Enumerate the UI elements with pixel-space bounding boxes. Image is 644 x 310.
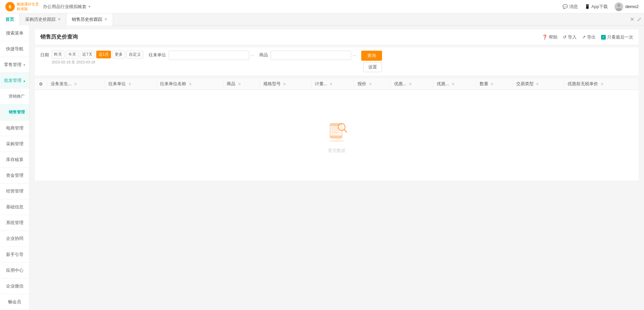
sidebar-item-app-center[interactable]: 应用中心 <box>0 263 29 278</box>
tab-home[interactable]: 首页 <box>0 13 20 25</box>
col-pretax-price-sort-icon: ⇅ <box>601 82 603 86</box>
date-range-display: 2023-02-18 至 2023-03-18 <box>52 60 143 65</box>
col-spec-label: 规格型号 <box>263 81 281 86</box>
col-discount1[interactable]: 优惠... ⇅ <box>390 78 433 90</box>
username: demo2 <box>625 4 639 9</box>
date-btn-custom[interactable]: 自定义 <box>126 51 143 58</box>
date-buttons: 昨天 今天 近7天 近1月 更多 自定义 <box>52 51 143 58</box>
sidebar-item-fund-mgmt[interactable]: 资金管理 <box>0 168 29 184</box>
user-area[interactable]: demo2 <box>614 2 639 11</box>
col-partner-code-sort-icon: ⇅ <box>128 82 131 86</box>
col-pretax-price[interactable]: 优惠前无税单价 ⇅ <box>564 78 639 90</box>
date-btn-today[interactable]: 今天 <box>66 51 78 58</box>
top-header: 6 畅捷通好生意 标准版 办公用品行业模拟账套 ▾ 💬 消息 📱 App下载 d… <box>0 0 644 13</box>
col-partner-name[interactable]: 往来单位名称 ⇅ <box>157 78 223 90</box>
message-button[interactable]: 💬 消息 <box>562 4 578 10</box>
col-biz-date-sort-icon: ⇅ <box>74 82 77 86</box>
date-btn-yesterday[interactable]: 昨天 <box>52 51 64 58</box>
export-button[interactable]: ↗ 导出 <box>582 34 596 40</box>
tab-sales-history[interactable]: 销售历史价跟踪 ✕ <box>66 13 113 25</box>
product-filter-group: 商品 ··· <box>259 51 356 60</box>
col-trade-type-sort-icon: ⇅ <box>536 82 539 86</box>
tab-close-all-icon[interactable]: ✕ <box>630 16 634 22</box>
col-product-label: 商品 <box>227 81 235 86</box>
checkbox-checked-icon: ✓ <box>601 35 606 40</box>
table-header-row: ⚙ 业务发生... ⇅ 往来单位 ⇅ 往来单位名称 <box>35 78 639 90</box>
col-product[interactable]: 商品 ⇅ <box>223 78 260 90</box>
sidebar-item-new-guide[interactable]: 新手引导 <box>0 247 29 263</box>
sidebar-item-wholesale-mgmt[interactable]: 批发管理 ▴ <box>0 73 29 89</box>
date-filter-group: 日期 昨天 今天 近7天 近1月 更多 自定义 2023-02-18 至 202… <box>40 51 143 65</box>
app-title-dropdown-icon[interactable]: ▾ <box>89 4 91 9</box>
sidebar-item-retail-mgmt[interactable]: 零售管理 ▾ <box>0 57 29 73</box>
filter-action-buttons: 查询 设置 <box>361 51 382 72</box>
tab-sales-history-label: 销售历史价跟踪 <box>72 16 102 22</box>
table-container: ⚙ 业务发生... ⇅ 往来单位 ⇅ 往来单位名称 <box>35 78 639 180</box>
col-partner-code[interactable]: 往来单位 ⇅ <box>105 78 157 90</box>
col-partner-name-sort-icon: ⇅ <box>189 82 192 86</box>
main-layout: 搜索菜单 快捷导航 零售管理 ▾ 批发管理 ▴ 营销推广 销售管理 电商管理 采… <box>0 25 644 310</box>
col-trade-type[interactable]: 交易类型 ⇅ <box>513 78 564 90</box>
col-spec[interactable]: 规格型号 ⇅ <box>260 78 311 90</box>
sidebar-item-enterprise-wechat[interactable]: 企业微信 <box>0 278 29 294</box>
tab-expand-icon[interactable]: ⤢ <box>637 16 641 22</box>
sidebar-item-purchase-mgmt[interactable]: 采购管理 <box>0 136 29 152</box>
setting-button[interactable]: 设置 <box>363 62 382 72</box>
settings-icon[interactable]: ⚙ <box>39 82 43 87</box>
tab-bar: 首页 采购历史价跟踪 ✕ 销售历史价跟踪 ✕ ✕ ⤢ <box>0 13 644 25</box>
sidebar-item-inventory-check[interactable]: 库存核算 <box>0 152 29 168</box>
col-unit-label: 计量... <box>315 81 327 86</box>
col-partner-code-label: 往来单位 <box>108 81 126 86</box>
help-button[interactable]: ❓ 帮助 <box>542 34 557 40</box>
date-btn-7days[interactable]: 近7天 <box>80 51 95 58</box>
filter-bar: 日期 昨天 今天 近7天 近1月 更多 自定义 2023-02-18 至 202… <box>35 47 639 75</box>
col-discount2-label: 优惠... <box>437 81 449 86</box>
message-icon: 💬 <box>562 4 568 9</box>
col-unit[interactable]: 计量... ⇅ <box>311 78 354 90</box>
col-settings[interactable]: ⚙ <box>35 78 47 90</box>
import-button[interactable]: ↺ 导入 <box>563 34 577 40</box>
content-area: 销售历史价查询 ❓ 帮助 ↺ 导入 ↗ 导出 ✓ <box>30 25 644 310</box>
sidebar-item-system-mgmt[interactable]: 系统管理 <box>0 215 29 231</box>
tab-purchase-history-close-icon[interactable]: ✕ <box>58 17 61 21</box>
only-latest-checkbox[interactable]: ✓ 只看最后一次 <box>601 34 633 40</box>
app-title-area[interactable]: 办公用品行业模拟账套 ▾ <box>43 4 91 10</box>
date-options: 昨天 今天 近7天 近1月 更多 自定义 2023-02-18 至 2023-0… <box>52 51 143 65</box>
tab-sales-history-close-icon[interactable]: ✕ <box>104 17 107 21</box>
app-download-button[interactable]: 📱 App下载 <box>585 4 608 10</box>
sidebar-item-ecommerce-mgmt[interactable]: 电商管理 <box>0 120 29 136</box>
col-quantity[interactable]: 数量 ⇅ <box>476 78 513 90</box>
partner-input[interactable] <box>169 51 249 60</box>
tab-bar-actions: ✕ ⤢ <box>630 16 644 22</box>
product-input[interactable] <box>271 51 351 60</box>
sidebar-item-sales-mgmt[interactable]: 销售管理 <box>0 105 29 120</box>
sidebar-item-enterprise-collab[interactable]: 企业协同 <box>0 231 29 247</box>
col-partner-name-label: 往来单位名称 <box>160 81 186 86</box>
svg-point-2 <box>329 140 344 142</box>
sidebar-item-basic-info[interactable]: 基础信息 <box>0 199 29 215</box>
sidebar-item-marketing-promo[interactable]: 营销推广 <box>0 89 29 104</box>
date-btn-1month[interactable]: 近1月 <box>96 51 111 58</box>
svg-point-12 <box>340 125 341 126</box>
sidebar-item-member[interactable]: 畅会员 <box>0 294 29 310</box>
partner-lookup-icon[interactable]: ··· <box>251 53 254 58</box>
svg-rect-5 <box>330 136 342 138</box>
col-quantity-sort-icon: ⇅ <box>491 82 493 86</box>
date-btn-more[interactable]: 更多 <box>112 51 125 58</box>
col-biz-date[interactable]: 业务发生... ⇅ <box>47 78 105 90</box>
app-download-icon: 📱 <box>585 4 590 9</box>
sidebar-item-search-menu[interactable]: 搜索菜单 <box>0 25 29 41</box>
app-title: 办公用品行业模拟账套 <box>43 4 87 10</box>
filter-buttons-row: 查询 <box>361 51 382 61</box>
col-quoted-price[interactable]: 报价 ⇅ <box>354 78 391 90</box>
tab-purchase-history[interactable]: 采购历史价跟踪 ✕ <box>20 13 66 25</box>
sidebar-item-operations-mgmt[interactable]: 经营管理 <box>0 184 29 199</box>
search-button[interactable]: 查询 <box>361 51 382 61</box>
col-discount2[interactable]: 优惠... ⇅ <box>433 78 476 90</box>
sidebar-item-quick-nav[interactable]: 快捷导航 <box>0 41 29 57</box>
col-discount1-sort-icon: ⇅ <box>409 82 412 86</box>
partner-input-group: ··· <box>169 51 254 60</box>
product-lookup-icon[interactable]: ··· <box>353 53 356 58</box>
logo-text: 畅捷通好生意 标准版 <box>17 2 39 11</box>
empty-text: 暂无数据 <box>328 148 345 154</box>
